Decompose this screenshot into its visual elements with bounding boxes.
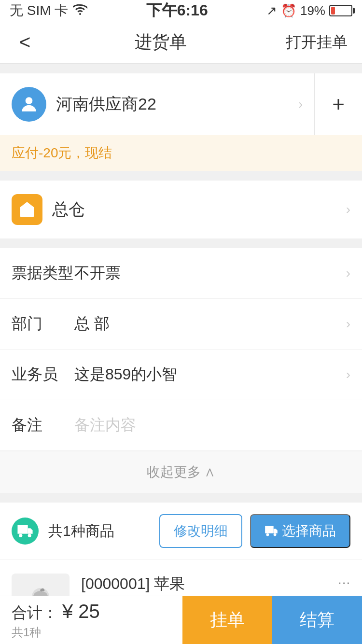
total-label: 合计：	[12, 604, 58, 621]
hang-order-button[interactable]: 挂单	[182, 596, 272, 644]
edit-details-button[interactable]: 修改明细	[159, 514, 242, 548]
status-time: 下午6:16	[146, 0, 208, 21]
salesperson-row[interactable]: 业务员 这是859的小智 ›	[0, 350, 362, 400]
select-product-label: 选择商品	[282, 522, 336, 540]
dept-label: 部门	[12, 313, 74, 335]
products-icon	[12, 518, 39, 545]
battery-text: 19%	[300, 3, 325, 18]
checkout-button[interactable]: 结算	[272, 596, 362, 644]
main-content: 河南供应商22 › + 应付-20元，现结 总仓 › 票据类型 不开票 › 部门…	[0, 64, 362, 644]
warehouse-icon	[12, 194, 42, 225]
invoice-label: 票据类型	[12, 263, 74, 284]
svg-point-4	[28, 534, 31, 537]
nav-bar: < 进货单 打开挂单	[0, 21, 362, 64]
form-section: 票据类型 不开票 › 部门 总 部 › 业务员 这是859的小智 › 备注 备注…	[0, 248, 362, 450]
select-product-button[interactable]: 选择商品	[250, 514, 350, 548]
invoice-value: 不开票	[74, 263, 341, 284]
status-bar: 无 SIM 卡 下午6:16 ↗ ⏰ 19%	[0, 0, 362, 21]
product-name: [0000001] 苹果	[81, 574, 321, 595]
dept-chevron-icon: ›	[346, 316, 350, 332]
department-row[interactable]: 部门 总 部 ›	[0, 299, 362, 350]
total-row: 合计： ¥ 25	[12, 601, 171, 624]
bottom-bar: 合计： ¥ 25 共1种 挂单 结算	[0, 596, 362, 644]
svg-marker-2	[28, 528, 33, 533]
status-right: ↗ ⏰ 19%	[266, 3, 352, 18]
dept-value: 总 部	[74, 313, 341, 335]
sales-value: 这是859的小智	[74, 364, 341, 385]
product-title: 苹果	[154, 575, 185, 592]
sales-label: 业务员	[12, 364, 74, 385]
sales-chevron-icon: ›	[346, 367, 350, 382]
notice-banner: 应付-20元，现结	[0, 135, 362, 171]
invoice-chevron-icon: ›	[346, 266, 350, 281]
wifi-icon	[73, 3, 87, 18]
svg-point-0	[26, 97, 33, 104]
warehouse-name: 总仓	[52, 198, 341, 221]
products-count: 共1种商品	[48, 521, 159, 541]
invoice-type-row[interactable]: 票据类型 不开票 ›	[0, 248, 362, 299]
warehouse-section: 总仓 ›	[0, 181, 362, 238]
warehouse-selector[interactable]: 总仓 ›	[0, 181, 362, 238]
alarm-icon: ⏰	[281, 3, 296, 18]
add-supplier-button[interactable]: +	[315, 79, 362, 130]
total-sub: 共1种	[12, 625, 171, 640]
select-product-icon	[265, 524, 278, 538]
open-pending-button[interactable]: 打开挂单	[286, 32, 348, 53]
supplier-name: 河南供应商22	[56, 93, 293, 115]
battery-icon	[329, 5, 352, 16]
remark-input[interactable]: 备注内容	[74, 415, 350, 436]
supplier-selector[interactable]: 河南供应商22 ›	[0, 73, 315, 135]
svg-point-8	[274, 533, 277, 536]
svg-rect-1	[17, 525, 28, 533]
svg-marker-6	[274, 529, 278, 533]
supplier-section: 河南供应商22 › +	[0, 73, 362, 135]
product-more-button[interactable]: ···	[321, 574, 350, 591]
product-code: [0000001]	[81, 575, 150, 592]
remark-row[interactable]: 备注 备注内容	[0, 400, 362, 450]
total-amount: ¥ 25	[62, 601, 100, 622]
gap-1	[0, 64, 362, 73]
location-icon: ↗	[266, 3, 277, 18]
back-button[interactable]: <	[14, 27, 35, 58]
svg-point-7	[266, 533, 269, 536]
status-left: 无 SIM 卡	[10, 1, 87, 20]
products-header: 共1种商品 修改明细 选择商品	[0, 503, 362, 560]
svg-rect-5	[265, 526, 274, 533]
page-title: 进货单	[135, 30, 187, 54]
supplier-avatar	[12, 87, 46, 122]
supplier-chevron-icon: ›	[298, 97, 303, 112]
svg-point-3	[19, 534, 22, 537]
total-section: 合计： ¥ 25 共1种	[0, 601, 182, 640]
carrier-text: 无 SIM 卡	[10, 1, 68, 20]
warehouse-chevron-icon: ›	[346, 202, 350, 217]
remark-label: 备注	[12, 415, 74, 436]
collapse-button[interactable]: 收起更多 ∧	[0, 451, 362, 493]
